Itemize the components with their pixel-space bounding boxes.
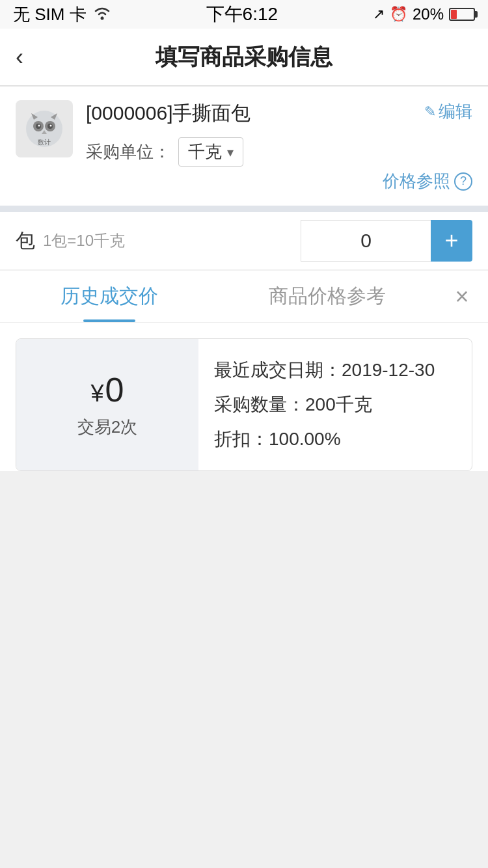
unit-conversion-text: 1包=10千克 — [43, 230, 125, 251]
svg-point-7 — [50, 125, 52, 127]
tabs-header: 历史成交价 商品价格参考 × — [0, 271, 488, 323]
status-bar: 无 SIM 卡 下午6:12 ↗ ⏰ 20% — [0, 0, 488, 29]
purchase-qty-row: 采购数量：200千克 — [214, 392, 456, 417]
quantity-input[interactable]: 0 — [301, 220, 431, 262]
discount-value: 100.00% — [269, 429, 341, 449]
edit-label: 编辑 — [439, 100, 472, 123]
owl-logo-icon: 数计 — [25, 109, 64, 148]
nav-bar: ‹ 填写商品采购信息 — [0, 29, 488, 86]
edit-icon: ✎ — [424, 103, 436, 120]
recent-date-label: 最近成交日期： — [214, 360, 342, 380]
product-card: 数计 [0000006]手撕面包 采购单位： 千克 ▾ ✎ 编辑 价格参照 ? — [0, 87, 488, 206]
alarm-icon: ⏰ — [390, 6, 407, 23]
recent-date-value: 2019-12-30 — [342, 360, 435, 380]
page-title: 填写商品采购信息 — [156, 42, 332, 72]
price-ref-button[interactable]: 价格参照 ? — [383, 170, 472, 193]
battery-percent: 20% — [413, 5, 444, 23]
tab-price-ref-label: 商品价格参考 — [269, 283, 386, 310]
status-left: 无 SIM 卡 — [13, 3, 111, 26]
price-ref-label: 价格参照 — [383, 170, 450, 193]
product-name: [0000006]手撕面包 — [86, 100, 251, 127]
close-icon: × — [455, 283, 468, 310]
product-image: 数计 — [16, 100, 73, 157]
quantity-label: 包 1包=10千克 — [16, 228, 125, 254]
tab-price-ref[interactable]: 商品价格参考 — [218, 271, 436, 322]
product-left: 数计 [0000006]手撕面包 采购单位： 千克 ▾ — [16, 100, 251, 167]
location-icon: ↗ — [373, 6, 385, 23]
product-header: 数计 [0000006]手撕面包 采购单位： 千克 ▾ ✎ 编辑 — [16, 100, 472, 167]
recent-date-row: 最近成交日期：2019-12-30 — [214, 357, 456, 383]
unit-label: 采购单位： — [86, 141, 170, 163]
discount-label: 折扣： — [214, 429, 269, 449]
battery-icon — [449, 8, 475, 21]
currency-symbol: ¥ — [91, 380, 104, 407]
quantity-input-group: 0 + — [301, 220, 472, 262]
svg-point-0 — [100, 16, 103, 20]
tab-history-price[interactable]: 历史成交价 — [0, 271, 218, 322]
section-divider — [0, 206, 488, 212]
tab-history-label: 历史成交价 — [61, 283, 158, 310]
chevron-down-icon: ▾ — [227, 144, 234, 160]
purchase-qty-label: 采购数量： — [214, 394, 305, 414]
discount-row: 折扣：100.00% — [214, 426, 456, 452]
question-icon: ? — [454, 172, 472, 191]
carrier-text: 无 SIM 卡 — [13, 3, 87, 26]
status-time: 下午6:12 — [206, 2, 278, 27]
price-card-right: 最近成交日期：2019-12-30 采购数量：200千克 折扣：100.00% — [198, 339, 472, 470]
product-info: [0000006]手撕面包 采购单位： 千克 ▾ — [86, 100, 251, 167]
back-button[interactable]: ‹ — [16, 44, 23, 71]
page-background — [0, 487, 488, 868]
wifi-icon — [93, 5, 111, 25]
svg-text:数计: 数计 — [38, 139, 51, 146]
quantity-add-button[interactable]: + — [431, 220, 472, 262]
purchase-qty-value: 200千克 — [305, 394, 372, 414]
bag-label: 包 — [16, 228, 35, 254]
quantity-row: 包 1包=10千克 0 + — [0, 212, 488, 269]
price-card: ¥0 交易2次 最近成交日期：2019-12-30 采购数量：200千克 折扣：… — [16, 338, 472, 471]
price-card-left: ¥0 交易2次 — [16, 339, 198, 470]
amount-value: 0 — [105, 371, 124, 409]
tabs-close-button[interactable]: × — [436, 271, 488, 323]
unit-selector[interactable]: 千克 ▾ — [178, 137, 243, 167]
edit-button[interactable]: ✎ 编辑 — [424, 100, 472, 123]
status-right: ↗ ⏰ 20% — [373, 5, 475, 23]
product-unit-row: 采购单位： 千克 ▾ — [86, 137, 251, 167]
price-amount: ¥0 — [91, 370, 124, 409]
trade-count: 交易2次 — [77, 416, 137, 439]
tabs-section: 历史成交价 商品价格参考 × ¥0 交易2次 最近成交日期：2019-12-30… — [0, 271, 488, 471]
svg-point-6 — [38, 125, 40, 127]
unit-value: 千克 — [188, 141, 222, 163]
